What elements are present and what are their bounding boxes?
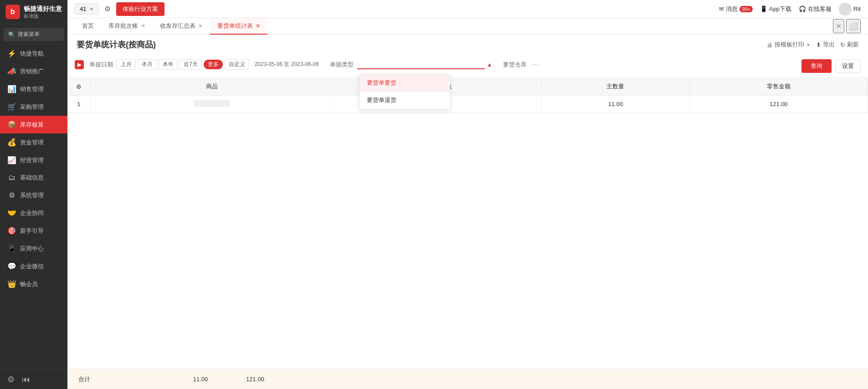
filter-area: ▶ 单据日期 上月 本月 本年 近7天 更多 自定义 2023-05-06 至 …	[67, 55, 868, 78]
sidebar-item-label: 应用中心	[20, 245, 44, 253]
settings-icon[interactable]: ⚙	[7, 374, 15, 384]
table-body: 1 块 11.00 121.00	[67, 96, 868, 113]
close-all-tabs-button[interactable]: ✕	[833, 19, 844, 33]
tab-order-stats[interactable]: 要货单统计表 ✕	[210, 18, 267, 35]
sidebar-item-app-center[interactable]: 📱 应用中心	[0, 240, 67, 257]
topbar-gear-icon[interactable]: ⚙	[104, 5, 111, 13]
sidebar-item-purchase[interactable]: 🛒 采购管理	[0, 98, 67, 116]
dropdown-item-order-request[interactable]: 要货单要货	[360, 74, 450, 92]
this-year-btn[interactable]: 本年	[159, 59, 178, 70]
online-service-button[interactable]: 🎧 在线客服	[799, 5, 832, 13]
app-logo: b 畅捷通好生意 标准版	[0, 0, 67, 24]
last-month-btn[interactable]: 上月	[117, 59, 136, 70]
print-template-button[interactable]: 🖨 按模板打印 ▼	[767, 41, 811, 49]
sidebar-item-marketing[interactable]: 📣 营销推广	[0, 62, 67, 80]
tab-close-order-stats[interactable]: ✕	[256, 23, 260, 29]
type-select-input[interactable]	[357, 60, 485, 69]
table-header: ⚙ 商品 主计量单位 主数量 零售金额	[67, 78, 868, 96]
tab-home[interactable]: 首页	[75, 18, 101, 35]
dropdown-item-order-return[interactable]: 要货单退货	[360, 92, 450, 109]
query-button[interactable]: 查询	[801, 59, 832, 73]
tab-inventory-batch[interactable]: 库存批次账 ✕	[101, 18, 153, 35]
tab-receivables[interactable]: 收发存汇总表 ✕	[153, 18, 210, 35]
app-center-icon: 📱	[7, 244, 16, 253]
main-content: 41 ▼ ⚙ 体验行业方案 ✉ 消息 99+ 📱 App下载 🎧 在线客服 R	[67, 0, 868, 389]
message-badge: 99+	[740, 6, 753, 12]
table-gear-icon[interactable]: ⚙	[76, 83, 82, 90]
sidebar-item-operations[interactable]: 📈 经营管理	[0, 151, 67, 169]
wechat-icon: 💬	[7, 262, 16, 271]
sidebar-item-basic[interactable]: 🗂 基础信息	[0, 169, 67, 186]
inventory-icon: 📦	[7, 120, 16, 129]
guide-icon: 🎯	[7, 226, 16, 235]
footer-total-label: 合计	[78, 376, 90, 383]
sidebar-item-label: 企业协同	[20, 209, 44, 217]
purchase-icon: 🛒	[7, 102, 16, 111]
receivables-tab-label: 收发存汇总表	[160, 22, 195, 30]
member-icon: 👑	[7, 280, 16, 288]
row-amount[interactable]: 121.00	[689, 96, 868, 113]
date-range-display: 2023-05-06 至 2023-06-06	[255, 61, 319, 68]
print-icon: 🖨	[767, 41, 773, 48]
sidebar-item-quick-nav[interactable]: ⚡ 快捷导航	[0, 45, 67, 62]
search-label: 搜索菜单	[18, 31, 40, 38]
order-stats-tab-label: 要货单统计表	[217, 22, 253, 30]
page-toolbar: 🖨 按模板打印 ▼ ⬆ 导出 ↻ 刷新	[767, 41, 859, 49]
custom-date-btn[interactable]: 自定义	[225, 59, 249, 70]
filter-actions: 查询 设置	[801, 59, 861, 73]
tabs-bar: 首页 库存批次账 ✕ 收发存汇总表 ✕ 要货单统计表 ✕ ✕ ⬜	[67, 18, 868, 35]
last-7-days-btn[interactable]: 近7天	[180, 59, 202, 70]
th-gear[interactable]: ⚙	[67, 78, 90, 96]
refresh-button[interactable]: ↻ 刷新	[840, 41, 859, 49]
store-dropdown-icon: ▼	[89, 6, 94, 12]
message-icon: ✉	[719, 5, 724, 12]
marketing-icon: 📣	[7, 67, 16, 76]
sidebar-item-label: 营销推广	[20, 67, 44, 76]
more-date-btn[interactable]: 更多	[204, 60, 223, 69]
tab-close-receivables[interactable]: ✕	[198, 23, 203, 29]
this-month-btn[interactable]: 本月	[138, 59, 157, 70]
operations-icon: 📈	[7, 156, 16, 164]
store-selector[interactable]: 41 ▼	[75, 3, 99, 15]
sidebar-item-enterprise[interactable]: 🤝 企业协同	[0, 204, 67, 222]
sidebar-search[interactable]: 🔍 搜索菜单	[4, 28, 64, 41]
filter-expand-button[interactable]: ▶	[75, 60, 84, 69]
type-select-wrapper: ▲	[357, 60, 492, 69]
sidebar-item-finance[interactable]: 💰 资金管理	[0, 133, 67, 151]
sidebar: b 畅捷通好生意 标准版 🔍 搜索菜单 ⚡ 快捷导航 📣 营销推广 📊 销售管理…	[0, 0, 67, 389]
date-shortcuts: 上月 本月 本年 近7天 更多 自定义	[117, 59, 249, 70]
message-button[interactable]: ✉ 消息 99+	[719, 5, 753, 13]
logo-icon: b	[5, 5, 20, 19]
warehouse-dots-button[interactable]: ···	[532, 61, 538, 69]
warehouse-filter-label: 要货仓库	[503, 61, 527, 69]
export-button[interactable]: ⬆ 导出	[816, 41, 835, 49]
trial-button[interactable]: 体验行业方案	[116, 2, 164, 16]
search-icon: 🔍	[8, 31, 15, 38]
sidebar-item-sales[interactable]: 📊 销售管理	[0, 80, 67, 98]
sidebar-item-label: 资金管理	[20, 138, 44, 147]
app-download-button[interactable]: 📱 App下载	[760, 5, 791, 13]
maximize-tab-button[interactable]: ⬜	[846, 19, 861, 33]
footer-amount-value: 121.00	[246, 376, 264, 383]
sidebar-item-label: 采购管理	[20, 103, 44, 111]
type-select-arrow-up[interactable]: ▲	[487, 61, 492, 68]
export-icon: ⬆	[816, 41, 821, 48]
user-avatar-button[interactable]: Rit	[839, 3, 861, 15]
sidebar-item-member[interactable]: 👑 畅会员	[0, 275, 67, 293]
row-quantity[interactable]: 11.00	[541, 96, 689, 113]
tab-close-inventory-batch[interactable]: ✕	[141, 23, 145, 29]
sidebar-item-label: 经营管理	[20, 156, 44, 164]
username: Rit	[853, 5, 861, 12]
sidebar-item-inventory[interactable]: 📦 库存核算	[0, 116, 67, 133]
print-label: 按模板打印	[775, 41, 804, 49]
sidebar-item-label: 畅会员	[20, 280, 38, 288]
refresh-label: 刷新	[847, 41, 859, 49]
sidebar-item-system[interactable]: ⚙ 系统管理	[0, 186, 67, 204]
sidebar-item-wechat[interactable]: 💬 企业微信	[0, 257, 67, 275]
basic-icon: 🗂	[7, 174, 16, 182]
filter-settings-button[interactable]: 设置	[835, 59, 861, 73]
sidebar-item-guide[interactable]: 🎯 新手引导	[0, 222, 67, 240]
export-label: 导出	[823, 41, 835, 49]
footer-label: 合计	[73, 375, 173, 384]
collapse-icon[interactable]: ⏮	[22, 375, 30, 384]
